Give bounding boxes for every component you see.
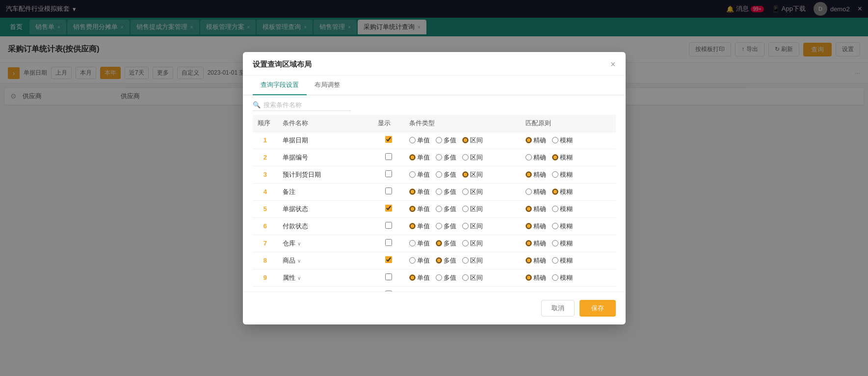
display-checkbox-0[interactable] bbox=[385, 136, 392, 143]
modal-tabs: 查询字段设置 布局调整 bbox=[243, 76, 626, 95]
row-order-8: 9 bbox=[253, 269, 278, 286]
match-exact-1[interactable]: 精确 bbox=[526, 153, 546, 162]
display-checkbox-6[interactable] bbox=[385, 239, 392, 246]
search-input[interactable] bbox=[263, 101, 351, 108]
type-single-6[interactable]: 单值 bbox=[409, 239, 430, 248]
row-match-9: 精确模糊 bbox=[521, 286, 616, 292]
type-multi-0[interactable]: 多值 bbox=[436, 136, 456, 145]
type-range-0[interactable]: 区间 bbox=[462, 136, 483, 145]
table-row: 10有无商品图片单值多值区间精确模糊 bbox=[253, 286, 616, 292]
display-checkbox-1[interactable] bbox=[385, 153, 392, 160]
type-range-6[interactable]: 区间 bbox=[462, 239, 483, 248]
row-display-4 bbox=[373, 200, 405, 217]
th-type: 条件类型 bbox=[404, 115, 521, 132]
display-checkbox-3[interactable] bbox=[385, 188, 392, 194]
type-range-1[interactable]: 区间 bbox=[462, 153, 483, 162]
row-match-5: 精确模糊 bbox=[521, 217, 616, 235]
type-single-5[interactable]: 单值 bbox=[409, 222, 430, 231]
type-multi-2[interactable]: 多值 bbox=[436, 170, 456, 179]
type-multi-4[interactable]: 多值 bbox=[436, 205, 456, 214]
type-range-8[interactable]: 区间 bbox=[462, 273, 483, 282]
type-single-8[interactable]: 单值 bbox=[409, 273, 430, 282]
row-display-6 bbox=[373, 235, 405, 252]
match-exact-5[interactable]: 精确 bbox=[526, 222, 546, 231]
row-type-1: 单值多值区间 bbox=[404, 149, 521, 166]
type-single-4[interactable]: 单值 bbox=[409, 205, 430, 214]
fields-table: 顺序 条件名称 显示 条件类型 匹配原则 1单据日期单值多值区间精确模糊2单据编… bbox=[253, 115, 616, 292]
row-type-5: 单值多值区间 bbox=[404, 217, 521, 235]
type-single-2[interactable]: 单值 bbox=[409, 170, 430, 179]
row-order-1: 2 bbox=[253, 149, 278, 166]
row-name-9: 有无商品图片 bbox=[278, 286, 373, 292]
type-range-5[interactable]: 区间 bbox=[462, 222, 483, 231]
row-order-9: 10 bbox=[253, 286, 278, 292]
modal-overlay: 设置查询区域布局 × 查询字段设置 布局调整 🔍 顺序 bbox=[0, 0, 868, 376]
type-multi-6[interactable]: 多值 bbox=[436, 239, 456, 248]
match-exact-8[interactable]: 精确 bbox=[526, 273, 546, 282]
save-button[interactable]: 保存 bbox=[579, 300, 616, 317]
row-type-3: 单值多值区间 bbox=[404, 183, 521, 200]
row-display-1 bbox=[373, 149, 405, 166]
match-fuzzy-0[interactable]: 模糊 bbox=[552, 136, 573, 145]
modal-table-wrap: 顺序 条件名称 显示 条件类型 匹配原则 1单据日期单值多值区间精确模糊2单据编… bbox=[243, 115, 626, 292]
type-multi-1[interactable]: 多值 bbox=[436, 153, 456, 162]
display-checkbox-7[interactable] bbox=[385, 256, 392, 263]
row-order-4: 5 bbox=[253, 200, 278, 217]
type-single-3[interactable]: 单值 bbox=[409, 188, 430, 196]
row-type-7: 单值多值区间 bbox=[404, 252, 521, 269]
table-row: 9属性 ∨单值多值区间精确模糊 bbox=[253, 269, 616, 286]
type-multi-8[interactable]: 多值 bbox=[436, 273, 456, 282]
row-order-0: 1 bbox=[253, 132, 278, 149]
type-range-7[interactable]: 区间 bbox=[462, 256, 483, 265]
match-fuzzy-6[interactable]: 模糊 bbox=[552, 239, 573, 248]
row-order-6: 7 bbox=[253, 235, 278, 252]
display-checkbox-5[interactable] bbox=[385, 222, 392, 229]
row-match-6: 精确模糊 bbox=[521, 235, 616, 252]
row-order-2: 3 bbox=[253, 166, 278, 183]
modal-tab-layout[interactable]: 布局调整 bbox=[307, 76, 348, 95]
display-checkbox-2[interactable] bbox=[385, 170, 392, 177]
type-single-0[interactable]: 单值 bbox=[409, 136, 430, 145]
th-name: 条件名称 bbox=[278, 115, 373, 132]
row-name-0: 单据日期 bbox=[278, 132, 373, 149]
type-single-1[interactable]: 单值 bbox=[409, 153, 430, 162]
modal-close-button[interactable]: × bbox=[610, 60, 616, 69]
match-exact-3[interactable]: 精确 bbox=[526, 188, 546, 196]
modal-tab-query-fields[interactable]: 查询字段设置 bbox=[253, 76, 307, 95]
row-display-3 bbox=[373, 183, 405, 200]
type-range-4[interactable]: 区间 bbox=[462, 205, 483, 214]
search-input-wrap: 🔍 bbox=[253, 101, 351, 111]
match-exact-7[interactable]: 精确 bbox=[526, 256, 546, 265]
display-checkbox-8[interactable] bbox=[385, 273, 392, 280]
row-type-0: 单值多值区间 bbox=[404, 132, 521, 149]
table-row: 3预计到货日期单值多值区间精确模糊 bbox=[253, 166, 616, 183]
row-display-8 bbox=[373, 269, 405, 286]
row-name-5: 付款状态 bbox=[278, 217, 373, 235]
match-fuzzy-2[interactable]: 模糊 bbox=[552, 170, 573, 179]
display-checkbox-4[interactable] bbox=[385, 205, 392, 212]
type-single-7[interactable]: 单值 bbox=[409, 256, 430, 265]
type-range-3[interactable]: 区间 bbox=[462, 188, 483, 196]
match-fuzzy-7[interactable]: 模糊 bbox=[552, 256, 573, 265]
row-display-5 bbox=[373, 217, 405, 235]
type-multi-5[interactable]: 多值 bbox=[436, 222, 456, 231]
row-type-2: 单值多值区间 bbox=[404, 166, 521, 183]
match-fuzzy-1[interactable]: 模糊 bbox=[552, 153, 573, 162]
row-match-2: 精确模糊 bbox=[521, 166, 616, 183]
match-exact-4[interactable]: 精确 bbox=[526, 205, 546, 214]
match-fuzzy-8[interactable]: 模糊 bbox=[552, 273, 573, 282]
match-exact-0[interactable]: 精确 bbox=[526, 136, 546, 145]
type-range-2[interactable]: 区间 bbox=[462, 170, 483, 179]
type-multi-3[interactable]: 多值 bbox=[436, 188, 456, 196]
row-match-0: 精确模糊 bbox=[521, 132, 616, 149]
match-fuzzy-3[interactable]: 模糊 bbox=[552, 188, 573, 196]
match-exact-6[interactable]: 精确 bbox=[526, 239, 546, 248]
match-fuzzy-5[interactable]: 模糊 bbox=[552, 222, 573, 231]
row-display-2 bbox=[373, 166, 405, 183]
match-fuzzy-4[interactable]: 模糊 bbox=[552, 205, 573, 214]
match-exact-2[interactable]: 精确 bbox=[526, 170, 546, 179]
row-name-2: 预计到货日期 bbox=[278, 166, 373, 183]
cancel-button[interactable]: 取消 bbox=[541, 300, 575, 317]
type-multi-7[interactable]: 多值 bbox=[436, 256, 456, 265]
row-match-3: 精确模糊 bbox=[521, 183, 616, 200]
